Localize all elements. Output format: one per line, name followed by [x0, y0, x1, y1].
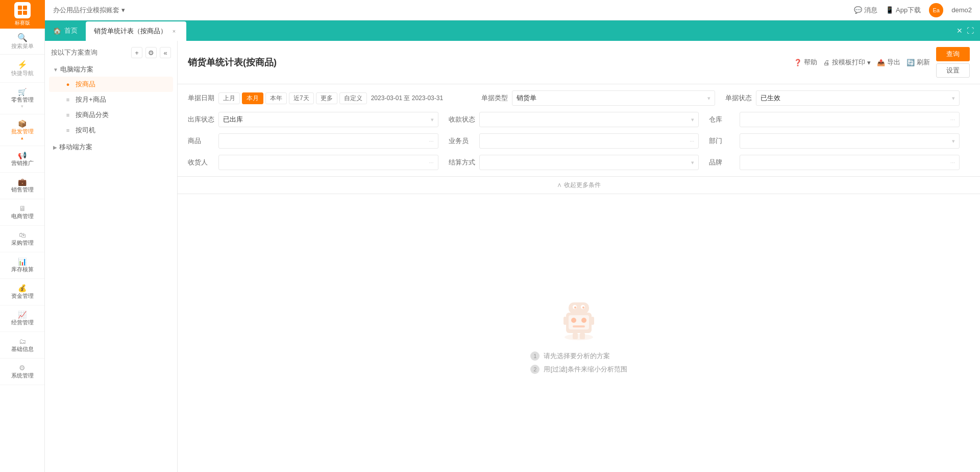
date-quick-btns: 上月 本月 本年 近7天 更多 自定义: [218, 92, 367, 104]
svg-rect-3: [23, 11, 27, 15]
warehouse-dots-icon: ···: [950, 116, 955, 123]
child-label-by-goods: 按商品: [76, 80, 95, 89]
salesperson-input[interactable]: ···: [479, 133, 699, 149]
department-input[interactable]: ▾: [740, 133, 960, 149]
child-icon-by-cashier: ≡: [63, 126, 72, 135]
tree-child-by-goods[interactable]: ● 按商品: [49, 77, 173, 92]
page-header: 销货单统计表(按商品) ❓ 帮助 🖨 按模板打印 ▾ 📤: [178, 41, 980, 84]
goods-input[interactable]: ···: [218, 133, 438, 149]
user-name[interactable]: demo2: [951, 6, 972, 14]
tree-child-by-month-goods[interactable]: ≡ 按月+商品: [49, 92, 173, 107]
sidebar-item-finance[interactable]: 💰 资金管理: [0, 279, 44, 305]
payment-method-dropdown-icon: ▾: [691, 159, 694, 166]
tab-close-window-btn[interactable]: ✕: [957, 27, 963, 35]
sidebar-item-purchase[interactable]: 🛍 采购管理: [0, 226, 44, 252]
collapse-label: ∧ 收起更多条件: [557, 181, 600, 190]
department-dropdown-icon: ▾: [952, 138, 955, 145]
tree-child-by-cashier[interactable]: ≡ 按司机: [49, 123, 173, 138]
logo-icon: [14, 2, 31, 18]
message-btn[interactable]: 💬 消息: [854, 6, 877, 15]
empty-tip-1: 1 请先选择要分析的方案: [530, 351, 627, 361]
topbar-right: 💬 消息 📱 App下载 Ea demo2: [854, 3, 972, 17]
help-btn[interactable]: ❓ 帮助: [794, 58, 817, 67]
tab-sales-label: 销货单统计表（按商品）: [94, 27, 167, 36]
app-name: 办公用品行业模拟账套: [53, 6, 119, 15]
tabbar: 🏠 首页 销货单统计表（按商品） × ✕ ⛶: [45, 20, 980, 41]
svg-rect-9: [573, 325, 585, 327]
filter-recipient: 收货人 ···: [188, 155, 449, 170]
tab-maximize-btn[interactable]: ⛶: [967, 27, 974, 35]
sidebar-item-system[interactable]: ⚙ 系统管理: [0, 359, 44, 385]
payment-method-input[interactable]: ▾: [479, 155, 699, 170]
recipient-input[interactable]: ···: [218, 155, 438, 170]
doc-type-input[interactable]: 销货单 ▾: [512, 90, 716, 106]
refresh-btn[interactable]: 🔄 刷新: [906, 58, 930, 67]
left-panel-header: 按以下方案查询 + ⚙ «: [45, 47, 177, 62]
collapse-panel-btn[interactable]: «: [160, 47, 171, 58]
sidebar-item-basic[interactable]: 🗂 基础信息: [0, 332, 44, 359]
sidebar-item-operations[interactable]: 📈 经营管理: [0, 305, 44, 332]
right-panel: 销货单统计表(按商品) ❓ 帮助 🖨 按模板打印 ▾ 📤: [178, 41, 980, 472]
sidebar-item-retail[interactable]: 🛒 零售管理 ▾: [0, 83, 44, 114]
filter-row-1: 单据日期 上月 本月 本年 近7天 更多 自定义 2023-03-01 至 20…: [188, 90, 970, 106]
settings-scheme-btn[interactable]: ⚙: [145, 47, 157, 58]
export-btn[interactable]: 📤 导出: [877, 58, 900, 67]
svg-rect-13: [580, 333, 585, 339]
doc-status-label: 单据状态: [725, 93, 756, 103]
recipient-dots-icon: ···: [429, 159, 434, 166]
filter-warehouse: 仓库 ···: [709, 112, 970, 127]
quick-nav-item[interactable]: ⚡ 快捷导航: [0, 55, 44, 83]
department-label: 部门: [709, 136, 740, 146]
tab-close-btn[interactable]: ×: [170, 27, 178, 35]
date-btn-more[interactable]: 更多: [316, 92, 337, 104]
date-btn-this-month[interactable]: 本月: [242, 92, 263, 104]
collapse-conditions-bar[interactable]: ∧ 收起更多条件: [178, 177, 980, 194]
settings-btn[interactable]: 设置: [936, 63, 970, 78]
child-label-by-month: 按月+商品: [76, 95, 106, 104]
date-range-display: 2023-03-01 至 2023-03-31: [371, 94, 443, 103]
sidebar-item-marketing[interactable]: 📢 营销推广: [0, 146, 44, 173]
tree-parent-mobile[interactable]: ▶ 移动端方案: [49, 140, 173, 154]
print-btn[interactable]: 🖨 按模板打印 ▾: [823, 58, 871, 67]
search-menu-item[interactable]: 🔍 搜索菜单: [0, 29, 44, 55]
content-area: 按以下方案查询 + ⚙ « ▼ 电脑端方案 ● 按商品 ≡ 按月+: [45, 41, 980, 472]
filter-row-3: 商品 ··· 业务员 ··· 部门: [188, 133, 970, 149]
goods-label: 商品: [188, 136, 218, 146]
out-status-input[interactable]: 已出库 ▾: [218, 112, 438, 127]
warehouse-input[interactable]: ···: [740, 112, 960, 127]
help-icon: ❓: [794, 59, 802, 66]
empty-illustration: [553, 292, 604, 343]
filter-date: 单据日期 上月 本月 本年 近7天 更多 自定义 2023-03-01 至 20…: [188, 92, 481, 104]
date-btn-7days[interactable]: 近7天: [289, 92, 314, 104]
filter-out-status: 出库状态 已出库 ▾: [188, 112, 449, 127]
svg-point-18: [582, 306, 584, 309]
doc-status-value: 已生效: [761, 93, 780, 103]
tab-home[interactable]: 🏠 首页: [45, 20, 86, 41]
tree-parent-pc[interactable]: ▼ 电脑端方案: [49, 62, 173, 77]
user-avatar[interactable]: Ea: [929, 3, 943, 17]
panel-header-label: 按以下方案查询: [51, 48, 97, 57]
filter-payment-method: 结算方式 ▾: [449, 155, 709, 170]
doc-status-input[interactable]: 已生效 ▾: [756, 90, 960, 106]
query-btn[interactable]: 查询: [936, 47, 970, 61]
app-selector[interactable]: 办公用品行业模拟账套 ▾: [53, 6, 125, 15]
sidebar-item-inventory[interactable]: 📊 库存核算: [0, 252, 44, 279]
sidebar-item-wholesale[interactable]: 📦 批发管理 ▴: [0, 114, 44, 146]
add-scheme-btn[interactable]: +: [131, 47, 142, 58]
recipient-label: 收货人: [188, 158, 218, 167]
date-btn-this-year[interactable]: 本年: [265, 92, 287, 104]
sidebar-item-sales[interactable]: 💼 销售管理: [0, 173, 44, 199]
download-icon: 📱: [886, 6, 894, 14]
date-btn-custom[interactable]: 自定义: [339, 92, 367, 104]
date-btn-last-month[interactable]: 上月: [218, 92, 240, 104]
tree-arrow-pc: ▼: [53, 67, 58, 73]
sidebar: 标赛版 🔍 搜索菜单 ⚡ 快捷导航 🛒 零售管理 ▾ 📦 批发管理 ▴ 📢 营销…: [0, 0, 45, 472]
tip-2-num: 2: [530, 365, 540, 374]
app-logo[interactable]: 标赛版: [0, 0, 45, 29]
app-download-btn[interactable]: 📱 App下载: [886, 6, 921, 15]
sidebar-item-ecommerce[interactable]: 🖥 电商管理: [0, 199, 44, 226]
payment-status-input[interactable]: ▾: [479, 112, 699, 127]
tab-sales-stat[interactable]: 销货单统计表（按商品） ×: [86, 21, 186, 41]
brand-input[interactable]: ···: [740, 155, 960, 170]
tree-child-by-category[interactable]: ≡ 按商品分类: [49, 107, 173, 123]
